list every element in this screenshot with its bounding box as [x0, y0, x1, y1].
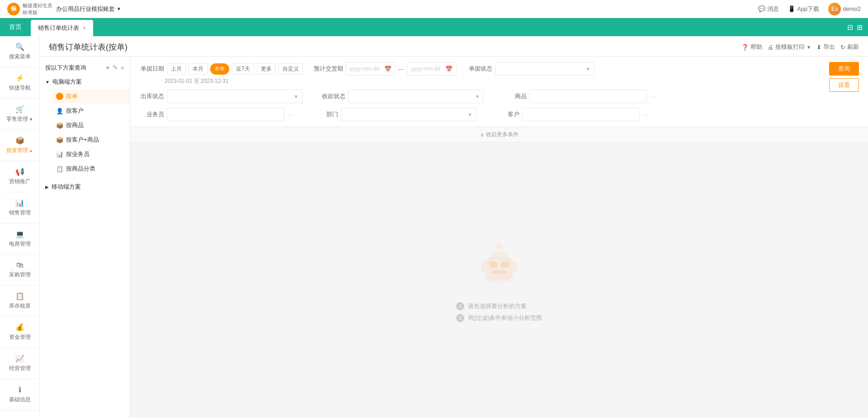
workspace-selector[interactable]: 办公用品行业模拟账套 ▼	[56, 5, 121, 13]
sidebar-item-sales[interactable]: 📊 销售管理	[0, 192, 39, 223]
ship-dropdown-icon: ▼	[294, 94, 298, 99]
dropdown-icon: ▼	[586, 66, 590, 71]
tree-desktop-group[interactable]: ▼ 电脑端方案	[40, 75, 130, 89]
bill-status-select[interactable]: ▼	[495, 62, 594, 76]
ecommerce-icon: 💻	[15, 230, 24, 238]
customer-ellipsis-btn[interactable]: ···	[642, 111, 651, 118]
goods-ellipsis-btn[interactable]: ···	[649, 93, 658, 100]
purchase-icon: 🛍	[16, 261, 24, 269]
customer-label: 客户	[495, 110, 519, 119]
tree-item-by-salesperson[interactable]: 📊 按业务员	[52, 147, 130, 162]
filter-line-1: 单据日期 上月 本月 本年 近7天 更多 自定义	[139, 62, 820, 76]
salesperson-filter: 业务员 ···	[139, 108, 295, 121]
custom-date-btn[interactable]: 自定义	[278, 63, 303, 75]
pay-status-select[interactable]: ▼	[348, 90, 484, 103]
salesperson-input[interactable]	[167, 108, 284, 121]
app-download-button[interactable]: 📱 App下载	[788, 5, 819, 13]
department-select[interactable]: ▼	[341, 108, 476, 121]
svg-rect-6	[513, 261, 517, 272]
add-scheme-button[interactable]: +	[106, 64, 110, 72]
export-button[interactable]: ⬇ 导出	[816, 43, 835, 51]
print-button[interactable]: 🖨 按模板打印 ▼	[768, 43, 811, 51]
sidebar-item-basic-info[interactable]: ℹ 基础信息	[0, 379, 39, 410]
salesperson-ellipsis-btn[interactable]: ···	[286, 111, 295, 118]
main-layout: 🔍 搜索菜单 ⚡ 快捷导航 🛒 零售管理 ▼ 📦 批发管理 ▲ 📢 营销推广	[0, 36, 868, 418]
ship-status-select[interactable]: ▼	[167, 90, 302, 103]
empty-hint-2: 2 用[过滤]条件来缩小分析范围	[456, 314, 542, 322]
topbar-left: 畅 畅捷通好生意 标准版 办公用品行业模拟账套 ▼	[7, 2, 121, 15]
sidebar-item-search[interactable]: 🔍 搜索菜单	[0, 36, 39, 67]
customer-input[interactable]	[522, 108, 640, 121]
empty-state: 1 请先选择要分析的方案 2 用[过滤]条件来缩小分析范围	[130, 142, 868, 418]
left-panel-actions: + ✎ «	[106, 64, 124, 72]
content: 销售订单统计表(按单) ❓ 帮助 🖨 按模板打印 ▼ ⬇ 导出 ↻ 刷新	[40, 36, 868, 418]
finance-icon: 💰	[15, 323, 24, 332]
help-button[interactable]: ❓ 帮助	[741, 43, 762, 51]
tree-item-by-goods[interactable]: 📦 按商品	[52, 118, 130, 133]
edit-scheme-button[interactable]: ✎	[113, 64, 118, 72]
expected-date-filter: 预计交货期 yyyy-mm-dd 📅 — yyyy-mm-dd 📅	[314, 62, 457, 76]
sidebar-item-marketing[interactable]: 📢 营销推广	[0, 161, 39, 192]
tree-mobile-group[interactable]: ▶ 移动端方案	[40, 180, 130, 194]
tree-item-by-customer[interactable]: 👤 按客户	[52, 104, 130, 118]
set-button[interactable]: 设置	[829, 78, 859, 92]
svg-rect-2	[489, 261, 497, 268]
empty-robot-icon	[472, 239, 526, 295]
avatar: Ea	[828, 3, 841, 15]
sidebar-item-retail[interactable]: 🛒 零售管理 ▼	[0, 99, 39, 130]
date-separator: —	[398, 66, 404, 72]
tree-items: 按单 👤 按客户 📦 按商品 📦 按客户+商品 �	[40, 89, 130, 176]
pay-status-label: 收款状态	[321, 92, 345, 100]
query-button[interactable]: 查询	[829, 62, 859, 76]
last-month-btn[interactable]: 上月	[167, 63, 186, 75]
collapse-bar[interactable]: ∧ 收起更多条件	[130, 127, 868, 142]
bill-status-filter: 单据状态 ▼	[467, 62, 594, 76]
salesperson-label: 业务员	[139, 110, 164, 119]
refresh-button[interactable]: ↻ 刷新	[840, 43, 859, 51]
filter-row-1: 单据日期 上月 本月 本年 近7天 更多 自定义	[139, 62, 859, 121]
page-actions: ❓ 帮助 🖨 按模板打印 ▼ ⬇ 导出 ↻ 刷新	[741, 43, 859, 51]
tabbar-right: ⊟ ⊞	[847, 23, 868, 32]
calendar-icon: 📅	[384, 66, 392, 72]
sidebar-item-system[interactable]: ⚙ 系统管理	[0, 410, 39, 418]
expected-date-end-input[interactable]: yyyy-mm-dd 📅	[407, 62, 457, 76]
messages-button[interactable]: 💬 消息	[758, 5, 779, 13]
download-icon: 📱	[788, 5, 795, 12]
empty-hint-1: 1 请先选择要分析的方案	[456, 302, 542, 310]
sidebar-item-operations[interactable]: 📈 经营管理	[0, 348, 39, 379]
logo-text: 畅捷通好生意 标准版	[23, 2, 52, 15]
sidebar-item-quicknav[interactable]: ⚡ 快捷导航	[0, 67, 39, 99]
this-month-btn[interactable]: 本月	[189, 63, 208, 75]
last7days-btn[interactable]: 近7天	[232, 63, 254, 75]
sidebar-item-inventory[interactable]: 📋 库存核算	[0, 285, 39, 317]
marketing-icon: 📢	[15, 167, 24, 176]
window-minimize-button[interactable]: ⊟	[847, 23, 853, 32]
print-arrow-icon: ▼	[807, 45, 811, 50]
tree-item-by-order[interactable]: 按单	[52, 89, 130, 104]
tab-close-button[interactable]: ×	[83, 25, 86, 31]
more-date-btn[interactable]: 更多	[257, 63, 276, 75]
empty-hints: 1 请先选择要分析的方案 2 用[过滤]条件来缩小分析范围	[456, 302, 542, 322]
filter-line-3: 业务员 ··· 部门	[139, 108, 820, 121]
sidebar-item-purchase[interactable]: 🛍 采购管理	[0, 255, 39, 285]
goods-label: 商品	[502, 92, 527, 100]
tree-item-by-customer-goods[interactable]: 📦 按客户+商品	[52, 133, 130, 147]
topbar-right: 💬 消息 📱 App下载 Ea demo2	[758, 3, 861, 15]
tab-active[interactable]: 销售订单统计表 ×	[31, 20, 93, 36]
this-year-btn[interactable]: 本年	[210, 63, 229, 75]
sidebar-item-finance[interactable]: 💰 资金管理	[0, 317, 39, 348]
window-expand-button[interactable]: ⊞	[857, 23, 863, 32]
sidebar-item-ecommerce[interactable]: 💻 电商管理	[0, 223, 39, 255]
tab-home[interactable]: 首页	[0, 18, 31, 36]
goods-input[interactable]	[529, 90, 647, 103]
date-label: 单据日期	[139, 65, 164, 73]
sidebar-item-wholesale[interactable]: 📦 批发管理 ▲	[0, 130, 39, 161]
svg-rect-7	[491, 252, 507, 259]
collapse-panel-button[interactable]: «	[121, 64, 124, 72]
ship-status-filter: 出库状态 ▼	[139, 90, 302, 103]
by-customer-icon: 👤	[56, 108, 63, 114]
tree-item-by-category[interactable]: 📋 按商品分类	[52, 162, 130, 176]
user-menu[interactable]: Ea demo2	[828, 3, 861, 15]
expected-date-start-input[interactable]: yyyy-mm-dd 📅	[346, 62, 396, 76]
svg-rect-4	[492, 271, 506, 274]
